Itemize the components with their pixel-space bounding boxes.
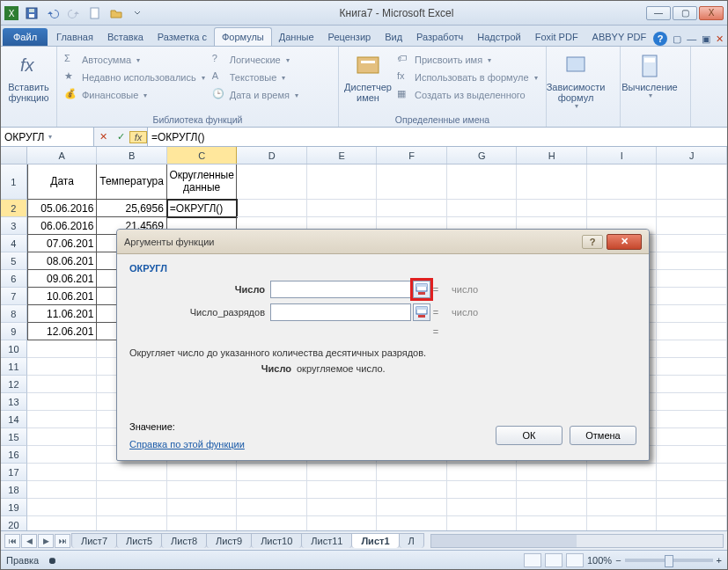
sheet-tab[interactable]: Лист8 [161,533,207,548]
logical-button[interactable]: ?Логические▾ [210,52,300,68]
dialog-cancel-button[interactable]: Отмена [570,426,636,445]
cell[interactable] [27,481,98,499]
row-header[interactable]: 5 [1,252,27,270]
sheet-nav-prev-icon[interactable]: ◀ [21,534,37,548]
cell[interactable]: Округленные данные [167,164,238,200]
row-header[interactable]: 20 [1,516,27,530]
cell[interactable] [517,516,587,530]
cell[interactable] [27,446,98,464]
cell[interactable] [97,464,167,481]
maximize-button[interactable]: ▢ [673,6,697,20]
col-G[interactable]: G [447,147,518,164]
cell[interactable] [657,288,727,305]
arg2-refedit-button[interactable] [413,303,430,321]
cell[interactable] [97,499,167,516]
cell[interactable] [657,499,727,516]
insert-function-button[interactable]: fx Вставить функцию [6,48,51,103]
col-A[interactable]: A [27,147,98,164]
cell[interactable]: 07.06.201 [27,235,98,252]
cell[interactable] [27,376,98,393]
cell[interactable] [447,200,518,217]
row-header[interactable]: 13 [1,393,27,411]
dialog-ok-button[interactable]: ОК [496,426,563,445]
cell[interactable]: 10.06.201 [27,288,98,305]
cell[interactable] [447,464,518,481]
arg2-input[interactable] [270,303,411,321]
macro-record-icon[interactable]: ⏺ [48,555,57,566]
cell[interactable] [587,200,658,217]
tab-developer[interactable]: Разработч [409,28,470,46]
cell[interactable]: 05.06.2016 [27,200,98,217]
mdi-restore-icon[interactable]: ▣ [702,33,710,45]
dialog-titlebar[interactable]: Аргументы функции ? ✕ [117,230,649,254]
row-header[interactable]: 1 [1,164,27,200]
cell[interactable] [657,358,727,376]
zoom-level[interactable]: 100% [587,555,612,566]
cell[interactable] [377,164,447,200]
cell[interactable] [657,481,727,499]
cell[interactable] [657,446,727,464]
tab-view[interactable]: Вид [378,28,409,46]
cell[interactable] [167,499,238,516]
row-header[interactable]: 8 [1,305,27,323]
cell[interactable] [307,164,378,200]
cell[interactable] [27,411,98,428]
enter-formula-icon[interactable]: ✓ [112,128,129,146]
cell[interactable] [657,323,727,340]
cell[interactable] [237,164,307,200]
row-header[interactable]: 9 [1,323,27,340]
tab-insert[interactable]: Вставка [100,28,151,46]
cell[interactable] [587,499,658,516]
cell[interactable] [587,464,658,481]
name-box[interactable]: ОКРУГЛ▾ [1,128,94,146]
sheet-nav-last-icon[interactable]: ⏭ [55,534,70,548]
row-header[interactable]: 19 [1,499,27,516]
cell[interactable] [517,464,587,481]
cell[interactable] [27,393,98,411]
row-header[interactable]: 6 [1,270,27,288]
cell[interactable] [657,217,727,235]
sheet-nav-next-icon[interactable]: ▶ [38,534,54,548]
cell[interactable] [237,499,307,516]
cell[interactable] [237,481,307,499]
cell[interactable] [657,270,727,288]
cell[interactable] [587,481,658,499]
minimize-button[interactable]: — [646,6,671,20]
layout-view-icon[interactable] [545,553,563,567]
arg1-input[interactable] [270,281,411,298]
row-header[interactable]: 4 [1,235,27,252]
sheet-tab[interactable]: Лист1 [351,533,399,548]
cell[interactable] [657,235,727,252]
cell[interactable] [307,481,378,499]
qat-more-icon[interactable] [128,4,147,22]
cell[interactable] [657,164,727,200]
cell[interactable] [657,516,727,530]
cell[interactable] [307,464,378,481]
cell[interactable] [517,200,587,217]
col-H[interactable]: H [517,147,587,164]
mdi-close-icon[interactable]: ✕ [716,33,724,45]
dialog-close-button[interactable]: ✕ [607,234,642,250]
col-E[interactable]: E [307,147,378,164]
row-header[interactable]: 2 [1,200,27,217]
redo-icon[interactable] [64,4,84,22]
row-header[interactable]: 11 [1,358,27,376]
row-header[interactable]: 12 [1,376,27,393]
tab-pagelayout[interactable]: Разметка с [151,28,214,46]
row-header[interactable]: 15 [1,428,27,446]
formula-input[interactable]: =ОКРУГЛ() [148,128,727,146]
row-header[interactable]: 10 [1,340,27,358]
cell[interactable]: 06.06.2016 [27,217,98,235]
cell[interactable] [657,428,727,446]
col-D[interactable]: D [237,147,307,164]
tab-data[interactable]: Данные [272,28,321,46]
cell[interactable] [657,464,727,481]
cell[interactable] [27,340,98,358]
help-icon[interactable]: ? [653,32,667,46]
cell[interactable] [307,499,378,516]
autosum-button[interactable]: ΣАвтосумма▾ [63,52,207,68]
sheet-tab[interactable]: Лист5 [116,533,162,548]
cell[interactable] [27,516,98,530]
cell[interactable]: 11.06.201 [27,305,98,323]
open-icon[interactable] [107,4,126,22]
